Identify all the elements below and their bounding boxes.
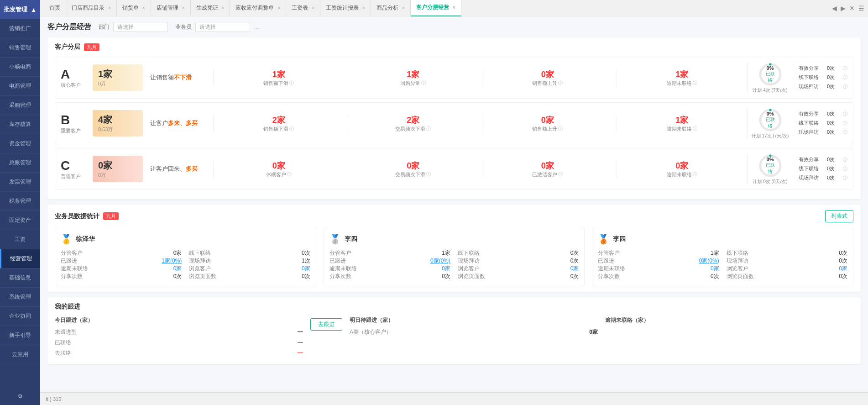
tier-count-box[interactable]: 4家 0.53万 xyxy=(93,110,143,137)
tab-scroll-left-icon[interactable]: ◀ xyxy=(832,5,837,12)
staff-select[interactable]: 请选择 xyxy=(195,22,250,32)
tab-工资表[interactable]: 工资表× xyxy=(286,0,320,16)
metric-box[interactable]: 0家 逾期未联络ⓘ xyxy=(617,160,748,178)
goto-follow-button[interactable]: 去跟进 xyxy=(310,318,342,331)
staff-stat-value[interactable]: 0家 xyxy=(839,265,847,273)
staff-stat-value[interactable]: 0家(0%) xyxy=(699,257,719,265)
sidebar-item-工资[interactable]: 工资 xyxy=(0,230,40,249)
metric-value: 1家 xyxy=(621,115,744,126)
info-icon[interactable]: ⓘ xyxy=(693,80,697,86)
metric-box[interactable]: 0家 交易频次下滑ⓘ xyxy=(348,160,479,178)
info-icon[interactable]: ⓘ xyxy=(843,156,847,164)
sidebar-collapse-icon[interactable]: ▲ xyxy=(31,6,37,13)
staff-stat-value: 0次 xyxy=(839,249,847,257)
info-icon[interactable]: ⓘ xyxy=(843,110,847,118)
info-icon[interactable]: ⓘ xyxy=(843,119,847,127)
tab-scroll-right-icon[interactable]: ▶ xyxy=(841,5,846,12)
sidebar-item-资金管理[interactable]: 资金管理 xyxy=(0,134,40,153)
sidebar-item-云应用[interactable]: 云应用 xyxy=(0,345,40,364)
tab-close-icon[interactable]: × xyxy=(182,5,185,11)
tab-生成凭证[interactable]: 生成凭证× xyxy=(191,0,230,16)
tab-menu-icon[interactable]: ☰ xyxy=(858,5,864,12)
info-icon[interactable]: ⓘ xyxy=(843,64,847,73)
info-icon[interactable]: ⓘ xyxy=(693,171,697,178)
metric-box[interactable]: 1家 回购异常ⓘ xyxy=(348,69,479,87)
sidebar-item-系统管理[interactable]: 系统管理 xyxy=(0,288,40,307)
info-icon[interactable]: ⓘ xyxy=(287,171,292,178)
metric-box[interactable]: 0家 销售额上升ⓘ xyxy=(482,69,613,87)
staff-stat-value: 0次 xyxy=(570,249,579,257)
staff-stat-value[interactable]: 0家 xyxy=(173,265,182,273)
tab-close-icon[interactable]: × xyxy=(222,5,225,11)
sidebar-item-库存核算[interactable]: 库存核算 xyxy=(0,115,40,134)
staff-stat-value[interactable]: 0家 xyxy=(442,265,450,273)
sidebar-item-经营管理[interactable]: 经营管理 xyxy=(0,249,40,268)
staff-stat-label: 逾期未联络 xyxy=(598,265,625,273)
sidebar-item-电商管理[interactable]: 电商管理 xyxy=(0,77,40,96)
tab-close-icon[interactable]: × xyxy=(142,5,145,11)
sidebar-item-发票管理[interactable]: 发票管理 xyxy=(0,173,40,192)
metric-box[interactable]: 1家 逾期未联络ⓘ xyxy=(617,115,748,132)
info-icon[interactable]: ⓘ xyxy=(843,174,847,182)
tab-close-icon[interactable]: × xyxy=(453,5,455,10)
metric-box[interactable]: 0家 已激活客户ⓘ xyxy=(482,160,613,178)
sidebar-item-企业协同[interactable]: 企业协同 xyxy=(0,307,40,326)
tab-门店商品目录[interactable]: 门店商品目录× xyxy=(66,0,117,16)
tab-店铺管理[interactable]: 店铺管理× xyxy=(151,0,191,16)
info-icon[interactable]: ⓘ xyxy=(426,126,431,132)
metric-box[interactable]: 2家 交易频次下滑ⓘ xyxy=(348,115,479,132)
filter-more-icon[interactable]: … xyxy=(254,24,259,30)
metric-box[interactable]: 0家 休眠客户ⓘ xyxy=(213,160,344,178)
staff-stat-value[interactable]: 0家(0%) xyxy=(430,257,450,265)
metric-box[interactable]: 0家 销售额上升ⓘ xyxy=(482,115,613,132)
info-icon[interactable]: ⓘ xyxy=(558,171,563,178)
metric-box[interactable]: 1家 逾期未联络ⓘ xyxy=(617,69,748,87)
info-icon[interactable]: ⓘ xyxy=(558,80,563,86)
info-icon[interactable]: ⓘ xyxy=(289,126,294,132)
settings-item[interactable]: ⚙ xyxy=(0,388,40,405)
sidebar-item-营销推广[interactable]: 营销推广 xyxy=(0,19,40,38)
info-icon[interactable]: ⓘ xyxy=(843,74,847,82)
info-icon[interactable]: ⓘ xyxy=(843,128,847,137)
info-icon[interactable]: ⓘ xyxy=(426,171,431,178)
info-icon[interactable]: ⓘ xyxy=(843,83,847,91)
tab-close-icon[interactable]: × xyxy=(402,5,405,11)
tab-close-icon[interactable]: × xyxy=(312,5,314,11)
tab-客户分层经营[interactable]: 客户分层经营× xyxy=(411,0,461,16)
metric-box[interactable]: 1家 销售额下滑ⓘ xyxy=(213,69,344,87)
info-icon[interactable]: ⓘ xyxy=(558,126,563,132)
staff-stat-value[interactable]: 0家 xyxy=(570,265,579,273)
tab-close-icon[interactable]: × xyxy=(362,5,365,11)
info-icon[interactable]: ⓘ xyxy=(289,80,294,86)
tier-count-box[interactable]: 0家 0万 xyxy=(93,156,143,182)
sidebar-item-固定资产[interactable]: 固定资产 xyxy=(0,211,40,230)
tab-工资统计报表[interactable]: 工资统计报表× xyxy=(320,0,371,16)
sidebar-item-新手引导[interactable]: 新手引导 xyxy=(0,326,40,345)
dept-select[interactable]: 请选择 xyxy=(113,22,168,32)
tier-count-box[interactable]: 1家 0万 xyxy=(93,64,143,91)
sidebar-top[interactable]: 批发管理 ▲ xyxy=(0,0,40,19)
info-icon[interactable]: ⓘ xyxy=(693,126,697,132)
sidebar-item-采购管理[interactable]: 采购管理 xyxy=(0,96,40,115)
staff-stat-value[interactable]: 0家 xyxy=(711,265,719,273)
info-icon[interactable]: ⓘ xyxy=(843,165,847,173)
tab-商品分析[interactable]: 商品分析× xyxy=(371,0,411,16)
sidebar-item-销售管理[interactable]: 销售管理 xyxy=(0,38,40,58)
sidebar-item-税务管理[interactable]: 税务管理 xyxy=(0,192,40,211)
info-icon[interactable]: ⓘ xyxy=(421,80,426,86)
tab-销货单[interactable]: 销货单× xyxy=(117,0,151,16)
staff-stat-value[interactable]: 0家 xyxy=(302,265,310,273)
tab-应收应付调整单[interactable]: 应收应付调整单× xyxy=(230,0,286,16)
sidebar-item-总账管理[interactable]: 总账管理 xyxy=(0,153,40,173)
staff-stat-value[interactable]: 1家(0%) xyxy=(162,257,182,265)
tab-close-icon[interactable]: × xyxy=(108,5,111,11)
follow-sub-label: 已联络 xyxy=(55,339,71,347)
list-view-button[interactable]: 列表式 xyxy=(825,210,853,222)
tab-close-icon[interactable]: × xyxy=(277,5,280,11)
staff-stat-label: 已跟进 xyxy=(329,257,346,265)
tab-首页[interactable]: 首页 xyxy=(44,0,66,16)
close-all-icon[interactable]: ✕ xyxy=(849,5,855,12)
sidebar-item-基础信息[interactable]: 基础信息 xyxy=(0,268,40,288)
metric-box[interactable]: 2家 销售额下滑ⓘ xyxy=(213,115,344,132)
sidebar-item-小畅电商[interactable]: 小畅电商 xyxy=(0,58,40,77)
